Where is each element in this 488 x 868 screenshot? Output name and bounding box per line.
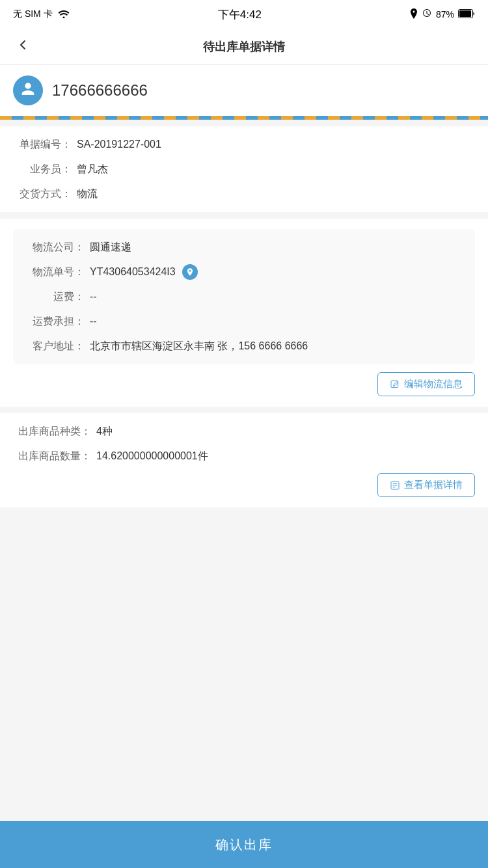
goods-quantity-row: 出库商品数量： 14.620000000000001件 [13,448,475,464]
address-row: 客户地址： 北京市市辖区海淀区永丰南 张，156 6666 6666 [26,338,462,354]
goods-types-row: 出库商品种类： 4种 [13,424,475,439]
edit-logistics-btn-container: 编辑物流信息 [13,372,475,396]
customer-phone: 17666666666 [52,81,148,100]
document-number-value: SA-20191227-001 [77,137,475,152]
gray-spacer [0,508,488,821]
freight-value: -- [90,289,462,305]
freight-label: 运费： [26,289,85,305]
logistics-card: 物流公司： 圆通速递 物流单号： YT43064053424I3 运费： -- … [13,229,475,364]
logistics-company-value: 圆通速递 [90,239,462,255]
tracking-number-label: 物流单号： [26,264,85,280]
delivery-method-value: 物流 [77,186,475,202]
address-label: 客户地址： [26,338,85,354]
sales-person-value: 曾凡杰 [77,161,475,177]
tracking-number-row: 物流单号： YT43064053424I3 [26,264,462,280]
edit-logistics-button[interactable]: 编辑物流信息 [377,372,475,396]
back-button[interactable] [10,33,35,61]
logistics-section: 物流公司： 圆通速递 物流单号： YT43064053424I3 运费： -- … [0,219,488,407]
battery-icon [458,9,475,20]
edit-logistics-label: 编辑物流信息 [404,378,463,390]
view-detail-button[interactable]: 查看单据详情 [377,473,475,497]
basic-info-section: 单据编号： SA-20191227-001 业务员： 曾凡杰 交货方式： 物流 [0,126,488,212]
goods-quantity-value: 14.620000000000001件 [96,448,475,464]
address-value: 北京市市辖区海淀区永丰南 张，156 6666 6666 [90,338,462,354]
dashed-divider [0,116,488,120]
view-detail-label: 查看单据详情 [404,479,463,491]
goods-types-value: 4种 [96,424,475,439]
customer-header: 17666666666 [0,65,488,116]
tracking-number-value-container: YT43064053424I3 [90,264,462,280]
freight-bear-label: 运费承担： [26,314,85,329]
wifi-icon [58,9,70,20]
track-location-button[interactable] [182,264,198,280]
freight-bear-value: -- [90,314,462,329]
document-number-row: 单据编号： SA-20191227-001 [13,137,475,152]
freight-bear-row: 运费承担： -- [26,314,462,329]
page-title: 待出库单据详情 [203,39,285,55]
status-right: 87% [410,8,475,21]
confirm-outbound-button[interactable]: 确认出库 [0,821,488,868]
avatar [13,75,43,105]
edit-icon [390,379,400,390]
status-bar: 无 SIM 卡 下午4:42 87% [0,0,488,29]
document-number-label: 单据编号： [13,137,72,152]
freight-row: 运费： -- [26,289,462,305]
delivery-method-label: 交货方式： [13,186,72,202]
tracking-number-value: YT43064053424I3 [90,264,176,280]
status-time: 下午4:42 [218,7,262,22]
view-detail-btn-container: 查看单据详情 [13,473,475,497]
logistics-company-row: 物流公司： 圆通速递 [26,239,462,255]
status-left: 无 SIM 卡 [13,8,70,20]
sim-status: 无 SIM 卡 [13,8,53,20]
goods-quantity-label: 出库商品数量： [13,448,91,464]
delivery-method-row: 交货方式： 物流 [13,186,475,202]
sales-person-row: 业务员： 曾凡杰 [13,161,475,177]
sales-person-label: 业务员： [13,161,72,177]
logistics-company-label: 物流公司： [26,239,85,255]
list-icon [390,480,400,491]
battery-percent: 87% [436,9,454,20]
location-status-icon [410,8,418,21]
goods-types-label: 出库商品种类： [13,424,91,439]
goods-section: 出库商品种类： 4种 出库商品数量： 14.620000000000001件 查… [0,413,488,508]
confirm-outbound-label: 确认出库 [215,836,273,854]
alarm-status-icon [422,8,432,21]
svg-rect-1 [459,10,471,17]
nav-bar: 待出库单据详情 [0,29,488,65]
